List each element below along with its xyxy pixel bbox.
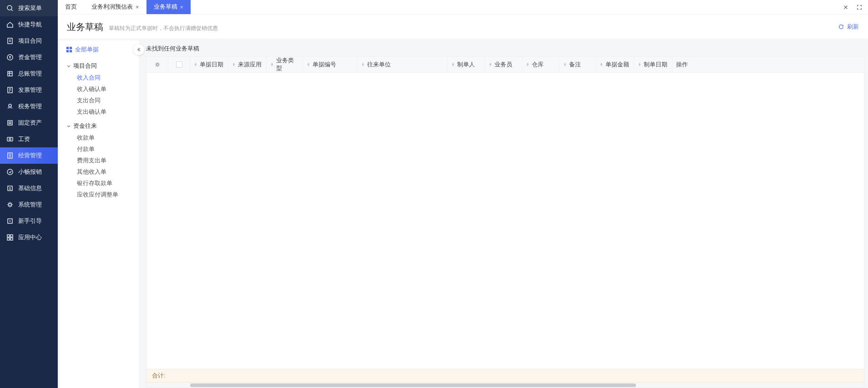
column-header-warehouse[interactable]: ▲▼仓库 (522, 57, 560, 72)
panel-title-label: 全部单据 (75, 45, 99, 54)
column-header-partner[interactable]: ▲▼往来单位 (358, 57, 448, 72)
sidebar-item-salary[interactable]: 工资 (0, 131, 58, 147)
tree-item[interactable]: 银行存取款单 (60, 178, 139, 189)
column-label: 制单日期 (644, 61, 667, 69)
column-header-gear[interactable] (146, 57, 168, 72)
sidebar-item-ledger[interactable]: 总账管理 (0, 66, 58, 82)
sidebar-item-label: 资金管理 (18, 53, 42, 61)
sidebar-item-label: 应用中心 (18, 233, 42, 242)
tab-close-icon[interactable]: × (180, 4, 184, 10)
sidebar-item-invoice[interactable]: 发票管理 (0, 82, 58, 98)
column-header-no[interactable]: ▲▼单据编号 (303, 57, 358, 72)
total-label: 合计: (146, 372, 165, 380)
column-header-type[interactable]: ▲▼业务类型 (267, 57, 303, 72)
doc-icon (6, 37, 14, 45)
tree-item[interactable]: 支出确认单 (60, 106, 139, 118)
refresh-button[interactable]: 刷新 (838, 23, 859, 31)
svg-rect-18 (70, 47, 72, 49)
sort-icon: ▲▼ (361, 63, 365, 66)
tree-item[interactable]: 其他收入单 (60, 166, 139, 178)
invoice-icon (6, 86, 14, 94)
sidebar-item-label: 小畅报销 (18, 168, 42, 176)
tree-item[interactable]: 支出合同 (60, 95, 139, 106)
gear-icon (154, 61, 161, 68)
total-row: 合计: (146, 369, 864, 383)
sidebar-item-label: 税务管理 (18, 102, 42, 111)
search-icon (6, 5, 14, 12)
tree-group-header[interactable]: 项目合同 (60, 60, 139, 72)
sidebar-item-guide[interactable]: 新手引导 (0, 213, 58, 229)
tab[interactable]: 业务利润预估表× (84, 0, 146, 14)
sidebar-item-info[interactable]: 基础信息 (0, 180, 58, 197)
sidebar-item-home[interactable]: 快捷导航 (0, 16, 58, 33)
sidebar-item-label: 系统管理 (18, 201, 42, 209)
column-header-check[interactable] (168, 57, 190, 72)
collapse-panel-button[interactable] (133, 44, 144, 55)
tree-group-header[interactable]: 资金往来 (60, 120, 139, 132)
svg-rect-13 (7, 235, 10, 237)
sidebar-item-apps[interactable]: 应用中心 (0, 229, 58, 246)
grid-icon (66, 46, 72, 53)
column-header-creator[interactable]: ▲▼制单人 (448, 57, 485, 72)
svg-rect-10 (8, 186, 12, 191)
sort-icon: ▲▼ (489, 63, 492, 66)
tab[interactable]: 首页 (58, 0, 84, 14)
sidebar-item-label: 固定资产 (18, 119, 42, 127)
sidebar-item-reimburse[interactable]: 小畅报销 (0, 164, 58, 180)
sort-icon: ▲▼ (270, 63, 274, 66)
svg-point-11 (9, 203, 11, 206)
tabs-bar: 首页业务利润预估表×业务草稿× (58, 0, 868, 15)
fullscreen-icon[interactable] (855, 3, 863, 11)
sidebar-item-tax[interactable]: 税务管理 (0, 98, 58, 115)
chevron-down-icon (66, 123, 71, 129)
sidebar-item-biz[interactable]: 经营管理 (0, 147, 58, 164)
svg-rect-16 (10, 238, 13, 240)
info-icon (6, 185, 14, 192)
tab[interactable]: 业务草稿× (146, 0, 191, 14)
tree-item[interactable]: 收入合同 (60, 72, 139, 84)
system-icon (6, 201, 14, 208)
tree-item[interactable]: 应收应付调整单 (60, 189, 139, 201)
sidebar-item-doc[interactable]: 项目合同 (0, 33, 58, 49)
column-label: 操作 (676, 61, 688, 69)
tree-item[interactable]: 费用支出单 (60, 155, 139, 166)
column-label: 仓库 (532, 61, 544, 69)
guide-icon (6, 217, 14, 225)
sidebar-item-asset[interactable]: 固定资产 (0, 115, 58, 131)
column-header-date[interactable]: ▲▼单据日期 (190, 57, 228, 72)
scrollbar-thumb[interactable] (190, 383, 636, 387)
sidebar-item-money[interactable]: 资金管理 (0, 49, 58, 66)
sidebar-item-search[interactable]: 搜索菜单 (0, 0, 58, 16)
column-header-amount[interactable]: ▲▼单据金额 (596, 57, 634, 72)
panel-all-docs[interactable]: 全部单据 (60, 40, 139, 59)
sidebar-item-label: 项目合同 (18, 37, 42, 45)
sidebar-item-label: 工资 (18, 135, 30, 143)
column-header-billdate[interactable]: ▲▼制单日期 (634, 57, 672, 72)
svg-rect-5 (8, 121, 12, 125)
column-header-remark[interactable]: ▲▼备注 (560, 57, 596, 72)
tree-item[interactable]: 收款单 (60, 132, 139, 144)
select-all-checkbox[interactable] (176, 61, 182, 68)
sort-icon: ▲▼ (194, 63, 197, 66)
svg-point-9 (7, 169, 13, 175)
sidebar-item-label: 新手引导 (18, 217, 42, 225)
tab-label: 首页 (65, 3, 77, 11)
tab-label: 业务利润预估表 (91, 3, 133, 11)
home-icon (6, 21, 14, 28)
column-header-source[interactable]: ▲▼来源应用 (228, 57, 267, 72)
sidebar-item-label: 经营管理 (18, 151, 42, 160)
tree-item[interactable]: 收入确认单 (60, 84, 139, 95)
sidebar-item-system[interactable]: 系统管理 (0, 197, 58, 213)
tree-item[interactable]: 付款单 (60, 144, 139, 155)
tab-close-icon[interactable]: × (136, 4, 139, 10)
close-all-icon[interactable] (842, 3, 850, 11)
horizontal-scrollbar[interactable] (146, 383, 864, 388)
page-title: 业务草稿 (67, 21, 103, 33)
tab-label: 业务草稿 (154, 3, 177, 11)
column-header-sales[interactable]: ▲▼业务员 (485, 57, 522, 72)
sort-icon: ▲▼ (526, 63, 530, 66)
column-label: 单据编号 (313, 61, 336, 69)
sort-icon: ▲▼ (451, 63, 455, 66)
category-panel: 全部单据 项目合同收入合同收入确认单支出合同支出确认单资金往来收款单付款单费用支… (60, 40, 139, 388)
ledger-icon (6, 70, 14, 77)
